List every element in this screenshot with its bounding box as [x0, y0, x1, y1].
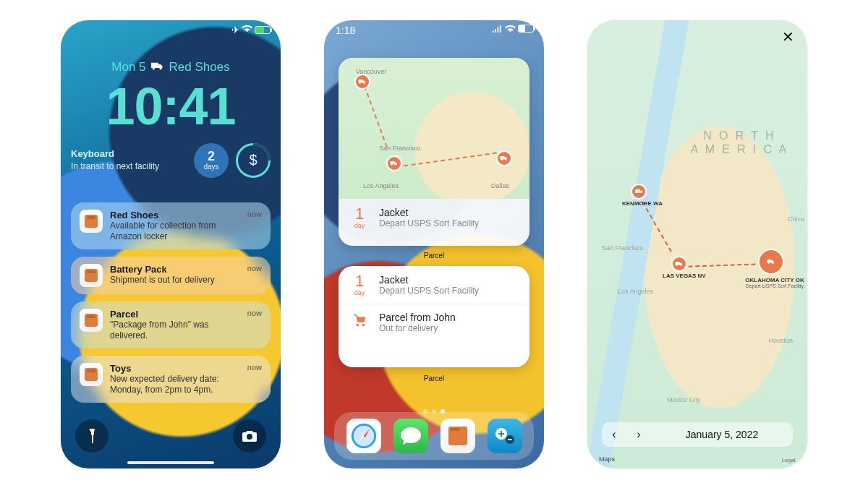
notification-time: now: [247, 363, 262, 395]
notification-title: Red Shoes: [110, 210, 240, 221]
widget-caption: Parcel: [324, 252, 544, 260]
battery-icon: [518, 25, 534, 33]
next-day-button[interactable]: ›: [626, 428, 651, 441]
notification-message: Available for collection from Amazon loc…: [110, 221, 240, 242]
days-widget-unit: days: [203, 163, 218, 171]
notification-stack: Red Shoes Available for collection from …: [71, 202, 271, 403]
widget-sub: Depart USPS Sort Facility: [379, 218, 479, 228]
home-screen-phone: 1:18 Vancouver San Francisco Los Angeles…: [324, 20, 544, 468]
status-bar-right: [492, 25, 534, 33]
notification[interactable]: Toys New expected delivery date: Monday,…: [71, 356, 271, 403]
pin-label: KENMORE WA: [622, 201, 663, 207]
wifi-icon: [242, 25, 252, 35]
date-navigator: ‹ › January 5, 2022: [602, 422, 793, 447]
truck-icon: [150, 60, 165, 74]
lockscreen-date: Mon 5: [111, 60, 145, 74]
notification[interactable]: Parcel "Package from John" was delivered…: [71, 301, 271, 348]
widget-sub: Out for delivery: [379, 323, 456, 333]
dollar-widget-symbol: $: [249, 152, 257, 168]
lockscreen-widget-title: Red Shoes: [169, 60, 230, 74]
parcel-map-widget[interactable]: Vancouver San Francisco Los Angeles Dall…: [339, 58, 529, 246]
messages-app-icon[interactable]: [393, 419, 428, 453]
continent-label: N O R T HA M E R I C A: [691, 129, 788, 156]
widget-caption: Parcel: [324, 374, 544, 382]
dock: [334, 412, 534, 460]
parcel-app-icon: [80, 363, 103, 386]
airplane-icon: ✈︎: [231, 25, 239, 35]
map-city-label: Houston: [768, 337, 793, 344]
home-indicator[interactable]: [127, 461, 214, 464]
map-detail-phone: ✕ N O R T HA M E R I C A San Francisco L…: [587, 20, 807, 468]
notification-time: now: [247, 309, 262, 341]
days-num: 1: [349, 206, 370, 222]
notification-time: now: [247, 210, 262, 242]
keyboard-widget-title: Keyboard: [71, 148, 187, 160]
days-widget[interactable]: 2 days: [194, 143, 229, 178]
notification-title: Parcel: [110, 309, 240, 320]
lockscreen-date-row: Mon 5 Red Shoes: [61, 60, 281, 74]
widget-title: Jacket: [379, 274, 479, 286]
notification[interactable]: Battery Pack Shipment is out for deliver…: [71, 257, 271, 294]
keyboard-widget-sub: In transit to next facility: [71, 161, 159, 171]
map-city-label: San Francisco: [602, 244, 644, 252]
map-pin-okc[interactable]: [758, 249, 784, 275]
svg-rect-5: [640, 190, 642, 193]
map-city-label: Los Angeles: [618, 288, 653, 295]
notification[interactable]: Red Shoes Available for collection from …: [71, 202, 271, 249]
keyboard-widget[interactable]: Keyboard In transit to next facility: [71, 148, 187, 171]
map-city-label: Chica: [788, 215, 804, 223]
days-num: 1: [349, 273, 370, 289]
parcel-app-icon: [80, 210, 103, 233]
notification-message: Shipment is out for delivery: [110, 275, 240, 286]
map-pin: [354, 74, 370, 90]
pin-label: LAS VEGAS NV: [663, 273, 706, 280]
days-unit: day: [349, 222, 370, 229]
wifi-icon: [505, 25, 516, 33]
status-bar-right: ✈︎: [231, 25, 271, 35]
safari-app-icon[interactable]: [346, 419, 381, 453]
pin-label: OKLAHOMA CITY OK Depart USPS Sort Facili…: [742, 278, 807, 289]
map-canvas[interactable]: ✕ N O R T HA M E R I C A San Francisco L…: [587, 20, 807, 468]
notification-title: Battery Pack: [110, 264, 240, 275]
parcel-app-icon: [80, 264, 103, 287]
legal-link[interactable]: Legal: [782, 458, 796, 463]
notification-time: now: [247, 264, 262, 287]
flashlight-button[interactable]: [75, 419, 109, 453]
maps-attribution: Maps: [599, 455, 615, 463]
widget-row: Parcel from John Out for delivery: [339, 304, 529, 341]
days-unit: day: [349, 289, 370, 296]
status-time: 1:18: [336, 25, 355, 36]
lockscreen-widgets: Keyboard In transit to next facility 2 d…: [71, 143, 271, 178]
notification-message: New expected delivery date: Monday, from…: [110, 374, 240, 395]
parcel-list-widget[interactable]: 1 day Jacket Depart USPS Sort Facility P…: [339, 266, 529, 367]
widget-sub: Depart USPS Sort Facility: [379, 286, 479, 296]
days-widget-num: 2: [208, 150, 215, 163]
map-city-label: Dallas: [491, 182, 509, 189]
prev-day-button[interactable]: ‹: [602, 428, 626, 441]
lockscreen-time: 10:41: [61, 77, 281, 136]
plus-minus-app-icon[interactable]: [488, 419, 522, 453]
widget-title: Parcel from John: [379, 312, 456, 323]
map-pin: [386, 155, 402, 171]
widget-title: Jacket: [379, 207, 479, 218]
widget-row: 1 day Jacket Depart USPS Sort Facility: [339, 199, 529, 236]
date-label: January 5, 2022: [651, 429, 793, 440]
battery-icon: [255, 26, 271, 34]
map-city-label: Mexico City: [667, 396, 701, 403]
notification-title: Toys: [110, 363, 240, 374]
widget-row: 1 day Jacket Depart USPS Sort Facility: [339, 266, 529, 304]
map-pin-kenmore[interactable]: [631, 184, 647, 200]
close-button[interactable]: ✕: [778, 27, 797, 46]
lock-screen-phone: ✈︎ Mon 5 Red Shoes 10:41 Keyboard In tra…: [61, 20, 281, 468]
notification-message: "Package from John" was delivered.: [110, 320, 240, 341]
parcel-app-icon[interactable]: [441, 419, 475, 453]
map-pin: [496, 150, 512, 166]
dollar-widget[interactable]: $: [236, 143, 271, 178]
map-pin-vegas[interactable]: [671, 256, 687, 272]
cart-icon: [349, 313, 370, 332]
map-city-label: Los Angeles: [363, 182, 399, 189]
cellular-icon: [492, 25, 503, 33]
widget-map: Vancouver San Francisco Los Angeles Dall…: [339, 58, 529, 199]
pin-sublabel: Depart USPS Sort Facility: [742, 283, 807, 289]
camera-button[interactable]: [233, 419, 266, 453]
